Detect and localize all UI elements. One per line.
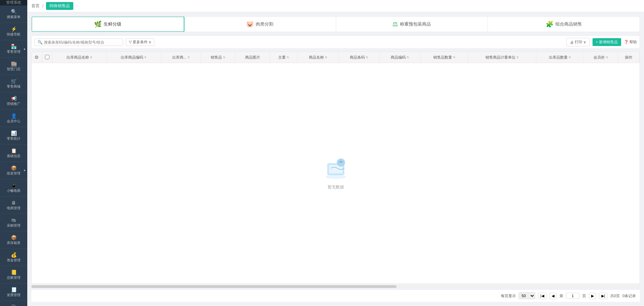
help-icon: ❓ (624, 40, 629, 44)
sort-sale-qty[interactable]: ⇅ (453, 56, 455, 59)
basic-info-icon: 📋 (11, 148, 17, 153)
page-label: 第 (559, 293, 563, 299)
sort-goods-code[interactable]: ⇅ (407, 56, 409, 59)
col-goods-code-header: 商品编码 ⇅ (379, 52, 420, 63)
ecommerce-icon: 🖥 (11, 200, 16, 205)
prev-page-button[interactable]: ◀ (549, 293, 557, 299)
next-page-button[interactable]: ▶ (589, 293, 596, 299)
sidebar-item-retail-stats[interactable]: 📊 零售统计 (0, 127, 27, 144)
sidebar-item-ecommerce[interactable]: 🖥 电商管理 (0, 197, 27, 214)
page-content: 🌿 生鲜分级 🐷 肉类分割 ⚖ 称重预包装商品 🧩 组合商品销售 🔍 (27, 12, 644, 306)
sidebar-item-purchase[interactable]: 🛍 采购管理 (0, 214, 27, 231)
horizontal-scrollbar[interactable] (31, 285, 640, 288)
print-icon: 🖨 (570, 40, 574, 44)
sidebar-logo: 管理系统 (0, 0, 27, 5)
col-goods-name-header: 商品名称 ⇅ (298, 52, 339, 63)
sidebar-item-general-ledger[interactable]: 📒 总账管理 (0, 266, 27, 284)
sort-sale-item[interactable]: ⇅ (223, 56, 225, 59)
sort-out-spec[interactable]: ⇅ (188, 56, 190, 59)
col-out-spec-header: 出库商... ⇅ (161, 52, 201, 63)
empty-illustration (322, 156, 349, 180)
invoice-icon: 🧾 (11, 287, 17, 292)
col-sale-unit-header: 销售商品计量单位 ⇅ (468, 52, 536, 63)
breadcrumb-separator: / (42, 4, 43, 9)
scrollbar-thumb[interactable] (31, 285, 396, 288)
sidebar-item-retail-mall[interactable]: 🛒 零售商城 (0, 75, 27, 92)
search-box[interactable]: 🔍 (34, 39, 123, 46)
sidebar-item-finance[interactable]: 💰 资金管理 (0, 249, 27, 266)
filter-button[interactable]: ▽ 更多条件 ∨ (126, 38, 154, 46)
sidebar-item-retail[interactable]: 🏪 零售管理 (0, 40, 27, 58)
tab-fresh[interactable]: 🌿 生鲜分级 (31, 16, 184, 32)
select-all-checkbox[interactable] (45, 55, 49, 59)
print-button[interactable]: 🖨 打印 ∨ (566, 38, 590, 46)
search-input[interactable] (44, 40, 120, 44)
sidebar-item-inventory[interactable]: 📦 库存核算 (0, 231, 27, 249)
sort-goods-name[interactable]: ⇅ (325, 56, 327, 59)
search-menu-icon: 🔍 (11, 9, 17, 14)
sidebar-item-wholesale[interactable]: 📦 批发管理 (0, 162, 27, 179)
pagination: 每页显示 50 10 20 100 |◀ ◀ 第 页 ▶ ▶| 共0页 0条记录 (31, 289, 640, 302)
retail-icon: 🏪 (11, 44, 17, 49)
retail-stats-icon: 📊 (11, 131, 17, 136)
col-weight-header: 主量 ⇅ (270, 52, 298, 63)
general-ledger-icon: 📒 (11, 270, 17, 275)
breadcrumb-home[interactable]: 首页 (31, 3, 40, 9)
page-number-input[interactable] (566, 293, 580, 299)
total-pages: 共0页 (610, 293, 620, 299)
filter-chevron: ∨ (149, 40, 151, 44)
toolbar-right: 🖨 打印 ∨ + 新增销售品 ❓ 帮助 (566, 38, 637, 46)
breadcrumb-current[interactable]: 特殊销售品 (46, 2, 73, 10)
sidebar-item-basic-info[interactable]: 📋 基础信息 (0, 144, 27, 162)
tab-scale[interactable]: ⚖ 称重预包装商品 (336, 17, 488, 32)
sort-goods-barcode[interactable]: ⇅ (366, 56, 368, 59)
sort-member-price[interactable]: ⇅ (606, 56, 608, 59)
sidebar-item-quick[interactable]: ⚡ 快捷导航 (0, 23, 27, 40)
col-goods-barcode-header: 商品条码 ⇅ (339, 52, 379, 63)
sidebar-item-marketing[interactable]: 📢 营销推广 (0, 92, 27, 110)
sidebar-item-search[interactable]: 🔍 搜索菜单 (0, 5, 27, 23)
new-sale-item-button[interactable]: + 新增销售品 (593, 38, 621, 46)
scale-icon: ⚖ (392, 20, 398, 28)
sidebar-item-invoice[interactable]: 🧾 发票管理 (0, 284, 27, 301)
sidebar-item-mini-store[interactable]: 📱 小畅电商 (0, 179, 27, 197)
page-suffix: 页 (582, 293, 586, 299)
sidebar-item-member[interactable]: 👤 会员中心 (0, 110, 27, 127)
col-checkbox-header (42, 52, 52, 63)
help-button[interactable]: ❓ 帮助 (624, 40, 637, 45)
sort-sale-unit[interactable]: ⇅ (516, 56, 519, 59)
sort-out-name[interactable]: ⇅ (90, 56, 92, 59)
toolbar: 🔍 ▽ 更多条件 ∨ 🖨 打印 ∨ + 新增销售品 (31, 35, 640, 49)
sidebar-item-tax[interactable]: 🏛 税务管理 (0, 301, 27, 306)
first-page-button[interactable]: |◀ (538, 293, 546, 299)
sort-weight[interactable]: ⇅ (287, 56, 289, 59)
wholesale-icon: 📦 (11, 165, 17, 171)
filter-icon: ▽ (129, 40, 132, 44)
tax-icon: 🏛 (11, 304, 16, 306)
table-container: ⚙ 出库商品名称 ⇅ 出库商品编码 ⇅ (31, 51, 640, 284)
sort-out-qty[interactable]: ⇅ (569, 56, 571, 59)
sort-out-code[interactable]: ⇅ (144, 56, 147, 59)
page-size-select[interactable]: 50 10 20 100 (519, 292, 535, 299)
toolbar-left: 🔍 ▽ 更多条件 ∨ (34, 38, 154, 46)
purchase-icon: 🛍 (11, 217, 16, 223)
combo-icon: 🧩 (546, 20, 553, 28)
meat-icon: 🐷 (246, 20, 254, 28)
member-icon: 👤 (11, 113, 17, 119)
print-chevron: ∨ (583, 40, 586, 44)
col-image-header: 商品图片 (235, 52, 270, 63)
col-member-price-header: 会员价 ⇅ (584, 52, 618, 63)
col-out-qty-header: 出库品数量 ⇅ (536, 52, 584, 63)
search-icon: 🔍 (38, 40, 43, 45)
tab-meat[interactable]: 🐷 肉类分割 (184, 17, 336, 32)
page-size-label: 每页显示 (501, 293, 516, 299)
total-records: 0条记录 (623, 293, 636, 299)
column-settings-icon[interactable]: ⚙ (34, 55, 39, 60)
sidebar-item-smart-store[interactable]: 🏬 智慧门店 (0, 58, 27, 75)
last-page-button[interactable]: ▶| (599, 293, 608, 299)
svg-point-4 (340, 161, 342, 163)
tab-scale-label: 称重预包装商品 (400, 21, 431, 27)
tab-fresh-label: 生鲜分级 (104, 21, 121, 27)
col-out-code-header: 出库商品编码 ⇅ (107, 52, 161, 63)
tab-combo[interactable]: 🧩 组合商品销售 (488, 17, 640, 32)
